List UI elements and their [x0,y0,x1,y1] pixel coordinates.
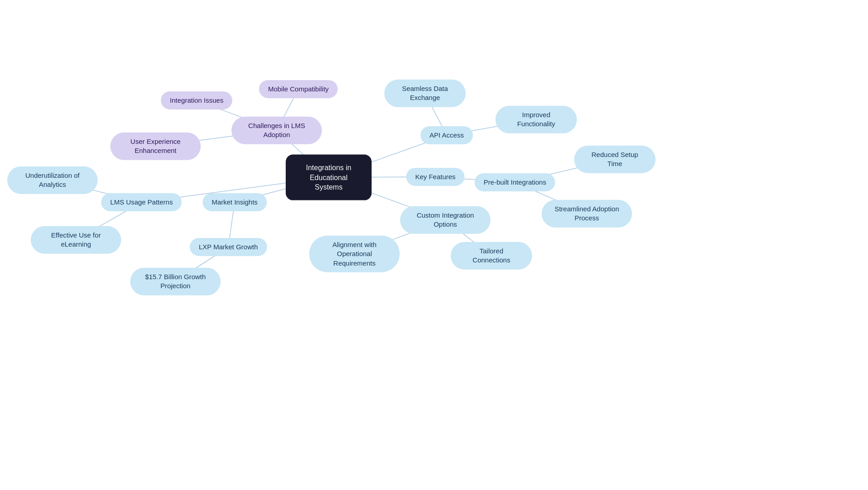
node-streamlined: Streamlined Adoption Process [542,200,632,228]
connection-lines [0,0,868,490]
node-underutil: Underutilization of Analytics [7,167,98,194]
node-effective-use: Effective Use for eLearning [31,226,121,254]
node-custom-int: Custom Integration Options [400,206,491,234]
mindmap-container: Integrations in Educational SystemsMobil… [0,0,868,490]
node-growth-proj: $15.7 Billion Growth Projection [130,268,221,295]
node-mobile-compat: Mobile Compatibility [259,80,338,98]
node-tailored: Tailored Connections [451,242,532,270]
node-lxp-growth: LXP Market Growth [190,238,267,256]
node-challenges-lms: Challenges in LMS Adoption [231,117,322,144]
node-prebuilt: Pre-built Integrations [475,173,555,191]
node-seamless-data: Seamless Data Exchange [384,80,466,107]
node-alignment: Alignment with Operational Requirements [309,236,400,272]
node-market-insights: Market Insights [203,193,267,211]
node-user-exp: User Experience Enhancement [110,133,201,160]
node-key-features: Key Features [406,168,464,186]
center-node: Integrations in Educational Systems [286,155,372,200]
node-integration-issues: Integration Issues [161,91,232,109]
node-reduced-setup: Reduced Setup Time [574,146,656,173]
node-improved-func: Improved Functionality [495,106,577,133]
node-api-access: API Access [420,126,473,144]
node-lms-usage: LMS Usage Patterns [101,193,182,211]
